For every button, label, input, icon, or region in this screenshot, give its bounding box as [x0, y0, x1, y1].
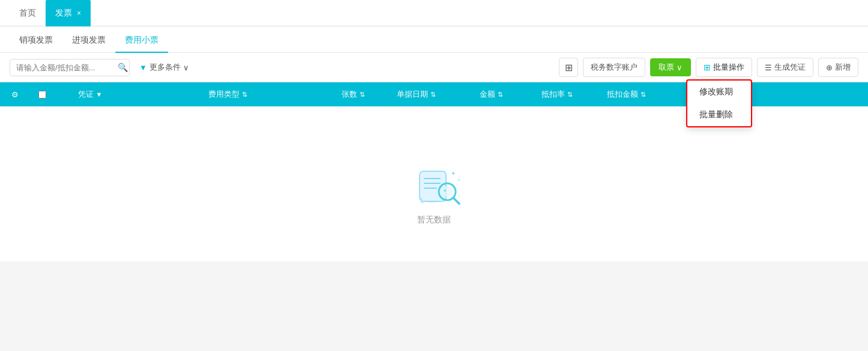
deduct-rate-sort-icon[interactable]: ⇅	[567, 91, 573, 99]
expense-type-sort-icon[interactable]: ⇅	[242, 91, 247, 99]
qr-button[interactable]: ⊞	[559, 58, 578, 77]
svg-text:✦: ✦	[457, 177, 461, 183]
count-sort-icon[interactable]: ⇅	[360, 91, 365, 99]
select-all-checkbox[interactable]	[38, 91, 46, 99]
empty-state: ✦ ✦ 暂无数据	[0, 106, 868, 261]
search-input[interactable]	[10, 59, 130, 76]
batch-dropdown-wrap: ⊞ 批量操作 修改账期 批量删除	[696, 58, 752, 77]
th-amount: 金额 ⇅	[455, 82, 527, 106]
th-date: 单据日期 ⇅	[377, 82, 455, 106]
generate-voucher-button[interactable]: ☰ 生成凭证	[757, 58, 813, 77]
th-checkbox[interactable]	[30, 82, 54, 106]
filter-label: 更多条件	[149, 62, 181, 73]
th-deduct-rate: 抵扣率 ⇅	[527, 82, 587, 106]
th-voucher: 凭证 ▼	[54, 82, 126, 106]
invoice-tab[interactable]: 发票 ×	[46, 0, 91, 26]
deduct-amount-sort-icon[interactable]: ⇅	[640, 91, 646, 99]
empty-text: 暂无数据	[417, 215, 451, 225]
gear-icon: ⚙	[11, 90, 19, 99]
sub-nav: 销项发票 进项发票 费用小票	[0, 26, 868, 53]
tax-digital-label: 税务数字账户	[591, 63, 637, 72]
th-gear[interactable]: ⚙	[0, 82, 30, 106]
invoice-tab-label: 发票	[55, 8, 72, 19]
home-tab[interactable]: 首页	[10, 8, 46, 19]
tax-digital-button[interactable]: 税务数字账户	[583, 58, 645, 77]
svg-text:✦: ✦	[451, 170, 456, 177]
top-bar: 首页 发票 ×	[0, 0, 868, 26]
svg-rect-1	[420, 171, 446, 201]
qr-icon: ⊞	[565, 62, 573, 73]
dropdown-batch-delete[interactable]: 批量删除	[687, 103, 751, 126]
sub-nav-sales[interactable]: 销项发票	[10, 26, 62, 53]
filter-chevron: ∨	[183, 63, 189, 72]
sub-nav-expense[interactable]: 费用小票	[115, 26, 168, 53]
qupiao-label: 取票	[659, 62, 674, 73]
svg-point-8	[444, 189, 446, 192]
amount-sort-icon[interactable]: ⇅	[498, 91, 503, 99]
date-sort-icon[interactable]: ⇅	[430, 91, 436, 99]
qupiao-chevron: ∨	[677, 63, 683, 72]
batch-icon: ⊞	[704, 63, 711, 72]
th-count: 张数 ⇅	[329, 82, 377, 106]
batch-label: 批量操作	[713, 62, 744, 73]
toolbar: 🔍 ▼ 更多条件 ∨ ⊞ 税务数字账户 取票 ∨ ⊞ 批量操作 修改账期 批量删…	[0, 53, 868, 82]
th-deduct-amount: 抵扣金额 ⇅	[587, 82, 665, 106]
voucher-filter-icon[interactable]: ▼	[96, 91, 103, 98]
svg-line-7	[453, 198, 459, 204]
voucher-label: 生成凭证	[774, 62, 806, 73]
batch-dropdown-menu: 修改账期 批量删除	[686, 79, 752, 127]
add-button[interactable]: ⊕ 新增	[818, 58, 858, 77]
qupiao-button[interactable]: 取票 ∨	[650, 58, 691, 76]
filter-button[interactable]: ▼ 更多条件 ∨	[134, 60, 194, 75]
voucher-icon: ☰	[765, 63, 772, 72]
sub-nav-input[interactable]: 进项发票	[62, 26, 115, 53]
th-expense-type: 费用类型 ⇅	[126, 82, 329, 106]
add-label: 新增	[835, 62, 851, 73]
invoice-tab-close[interactable]: ×	[77, 9, 81, 17]
toolbar-left: 🔍 ▼ 更多条件 ∨	[10, 59, 554, 76]
dropdown-modify-period[interactable]: 修改账期	[687, 81, 751, 103]
svg-point-6	[442, 186, 453, 197]
filter-icon: ▼	[139, 63, 147, 72]
add-icon: ⊕	[826, 63, 833, 72]
batch-button[interactable]: ⊞ 批量操作	[696, 58, 752, 77]
empty-illustration: ✦ ✦	[404, 154, 464, 215]
